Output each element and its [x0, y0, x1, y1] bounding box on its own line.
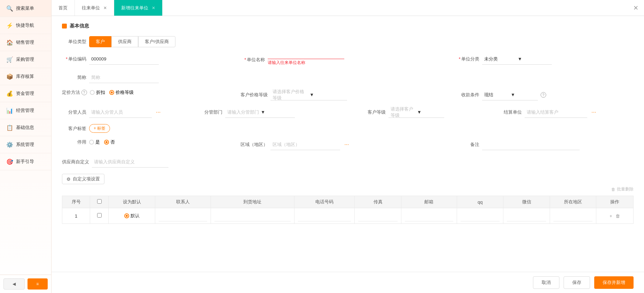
- batch-delete-label[interactable]: 批量删除: [617, 186, 634, 192]
- unit-name-error: 请输入往来单位名称: [268, 60, 455, 66]
- email-input[interactable]: [405, 210, 453, 221]
- sidebar-collapse-btn[interactable]: ◀: [3, 278, 25, 290]
- no-radio-dot: [105, 141, 108, 143]
- delete-row-btn[interactable]: 🗑: [615, 213, 620, 219]
- select-all-checkbox[interactable]: [97, 199, 102, 204]
- customer-price-chevron: ▼: [309, 92, 345, 97]
- add-row-btn[interactable]: +: [610, 213, 612, 219]
- unit-code-input[interactable]: [89, 54, 159, 65]
- type-btn-both[interactable]: 客户/供应商: [138, 36, 175, 47]
- pricing-level-radio[interactable]: 价格等级: [109, 89, 134, 96]
- area-input[interactable]: [553, 210, 592, 221]
- department-select[interactable]: 请输入分管部门 ▼: [225, 107, 295, 118]
- type-btn-supplier[interactable]: 供应商: [111, 36, 138, 47]
- unit-name-wrapper: 请输入往来单位名称: [268, 54, 455, 66]
- save-new-button[interactable]: 保存并新增: [594, 276, 634, 289]
- customer-level-field: 客户等级 请选择客户等级 ▼: [361, 107, 497, 118]
- col-address: 到货地址: [211, 196, 294, 208]
- unit-type-buttons: 客户 供应商 客户/供应商: [89, 36, 175, 47]
- disabled-region-row: 停用 是 否 区域（地区） ···: [62, 139, 634, 150]
- payment-terms-chevron: ▼: [511, 92, 536, 97]
- remarks-input[interactable]: [482, 139, 580, 150]
- sidebar-item-inventory[interactable]: 📦 库存核算: [0, 68, 51, 85]
- save-button[interactable]: 保存: [564, 276, 590, 289]
- tab-partners[interactable]: 往来单位 ✕: [75, 0, 114, 16]
- settlement-unit-input[interactable]: [525, 107, 587, 118]
- short-name-input[interactable]: [89, 72, 159, 83]
- yes-radio-circle: [89, 140, 94, 145]
- col-qq: qq: [457, 196, 503, 208]
- disabled-radio-group: 是 否: [89, 139, 115, 145]
- sidebar-item-system[interactable]: ⚙️ 系统管理: [0, 136, 51, 153]
- sidebar-item-guide[interactable]: 🎯 新手引导: [0, 153, 51, 170]
- sales-icon: 🏠: [6, 39, 13, 46]
- payment-terms-field: 收款条件 现结 ▼ ?: [455, 89, 634, 100]
- cell-actions: + 🗑: [596, 208, 634, 224]
- unit-code-label: *单位编码: [62, 56, 86, 62]
- customer-price-select[interactable]: 请选择客户价格等级 ▼: [270, 89, 347, 100]
- sidebar-expand-btn[interactable]: ≡: [28, 278, 48, 290]
- sidebar-item-sales[interactable]: 🏠 销售管理: [0, 34, 51, 51]
- payment-terms-select[interactable]: 现结 ▼: [482, 89, 538, 100]
- supplier-custom-input[interactable]: [92, 156, 168, 168]
- disabled-no-radio[interactable]: 否: [104, 139, 115, 145]
- fax-input[interactable]: [358, 210, 397, 221]
- section-title: 基本信息: [70, 23, 89, 29]
- short-name-field: 简称: [62, 72, 252, 83]
- table-row: 1 默认: [62, 208, 634, 224]
- unit-category-select[interactable]: 未分类 ▼: [482, 54, 552, 65]
- tab-home[interactable]: 首页: [52, 0, 75, 16]
- tab-bar: 首页 往来单位 ✕ 新增往来单位 ✕ ✕: [52, 0, 644, 16]
- inventory-icon: 📦: [6, 73, 13, 80]
- contact-input[interactable]: [159, 210, 207, 221]
- tab-new-partner[interactable]: 新增往来单位 ✕: [114, 0, 163, 16]
- qq-input[interactable]: [461, 210, 500, 221]
- wechat-input[interactable]: [507, 210, 546, 221]
- pricing-radio-group: 折扣 价格等级: [90, 89, 134, 96]
- payment-help-icon[interactable]: ?: [541, 92, 546, 98]
- region-input[interactable]: [270, 139, 340, 150]
- custom-settings-area: ⚙ 自定义项设置: [62, 174, 634, 184]
- sidebar-item-search[interactable]: 🔍 搜索菜单: [0, 0, 51, 17]
- department-chevron: ▼: [261, 109, 293, 115]
- tab-partners-close[interactable]: ✕: [103, 6, 107, 10]
- tab-new-partner-close[interactable]: ✕: [152, 6, 155, 10]
- manager-input[interactable]: [89, 107, 152, 118]
- pricing-help-icon[interactable]: ?: [81, 90, 87, 95]
- operations-icon: 📊: [6, 107, 13, 114]
- pricing-discount-radio[interactable]: 折扣: [90, 89, 105, 96]
- sidebar-item-operations[interactable]: 📊 经营管理: [0, 102, 51, 119]
- custom-settings-btn[interactable]: ⚙ 自定义项设置: [62, 174, 104, 184]
- default-radio[interactable]: 默认: [112, 213, 151, 219]
- cancel-button[interactable]: 取消: [533, 276, 559, 289]
- cell-contact: [155, 208, 211, 224]
- customer-level-select[interactable]: 请选择客户等级 ▼: [388, 107, 444, 118]
- window-close-btn[interactable]: ✕: [628, 4, 644, 12]
- cell-qq: [457, 208, 503, 224]
- sidebar-item-basic-info[interactable]: 📋 基础信息: [0, 119, 51, 136]
- pricing-method-field: 定价方法 ? 折扣 价格等级: [62, 89, 241, 96]
- disabled-yes-radio[interactable]: 是: [89, 139, 100, 145]
- sidebar-item-finance[interactable]: 💰 资金管理: [0, 85, 51, 102]
- sidebar-item-quick-nav[interactable]: ⚡ 快捷导航: [0, 17, 51, 34]
- settlement-more-btn[interactable]: ···: [590, 109, 597, 115]
- disabled-label: 停用: [62, 139, 86, 145]
- row-checkbox[interactable]: [97, 213, 102, 218]
- unit-name-input[interactable]: [268, 54, 344, 59]
- supplier-custom-row: 供应商自定义: [62, 156, 634, 168]
- default-radio-circle: [124, 213, 129, 218]
- col-email: 邮箱: [401, 196, 457, 208]
- pricing-row: 定价方法 ? 折扣 价格等级 客户价格: [62, 89, 634, 100]
- type-btn-customer[interactable]: 客户: [89, 36, 111, 47]
- settlement-unit-label: 结算单位: [497, 109, 522, 115]
- add-tag-btn[interactable]: + 标签: [89, 124, 110, 133]
- batch-delete-area: 🗑 批量删除: [62, 186, 634, 192]
- region-more-btn[interactable]: ···: [343, 141, 350, 148]
- address-input[interactable]: [214, 210, 291, 221]
- col-fax: 传真: [355, 196, 401, 208]
- manager-more-btn[interactable]: ···: [155, 109, 162, 115]
- phone-input[interactable]: [298, 210, 351, 221]
- col-phone: 电话号码: [294, 196, 355, 208]
- supplier-custom-field: 供应商自定义: [62, 156, 634, 168]
- sidebar-item-purchase[interactable]: 🛒 采购管理: [0, 51, 51, 68]
